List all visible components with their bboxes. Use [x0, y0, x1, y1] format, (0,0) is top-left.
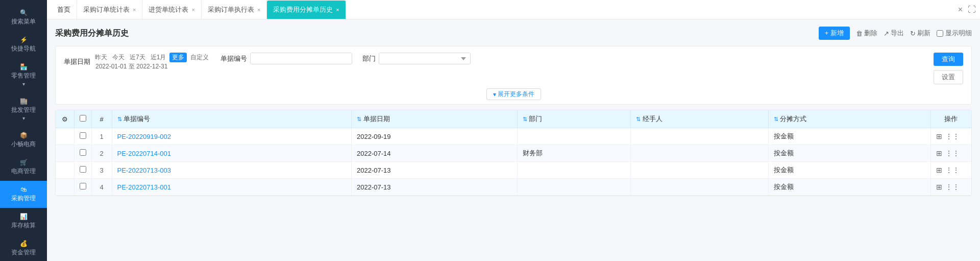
shortcut-more[interactable]: 更多 — [169, 53, 187, 62]
shortcut-yesterday[interactable]: 昨天 — [93, 53, 109, 62]
col-checkbox — [74, 110, 91, 128]
date-shortcuts-group: 昨天 今天 近7天 近1月 更多 自定义 2022-01-01 至 2022-1… — [93, 53, 210, 71]
col-dept-sort-icon[interactable]: ⇅ — [523, 116, 527, 122]
row-check-1 — [74, 145, 91, 162]
sidebar-item-inventory[interactable]: 📊 库存核算 — [0, 208, 47, 235]
row-checkbox-2[interactable] — [80, 166, 86, 173]
row-view-icon-3[interactable]: ⊞ — [936, 183, 942, 191]
row-checkbox-0[interactable] — [80, 132, 86, 139]
date-range-display[interactable]: 2022-01-01 至 2022-12-31 — [95, 62, 210, 71]
doc-no-input[interactable] — [250, 53, 352, 64]
col-date-sort-icon[interactable]: ⇅ — [357, 116, 361, 122]
tab-purchase-order-stats-close[interactable]: × — [133, 7, 136, 13]
select-all-checkbox[interactable] — [80, 115, 86, 122]
tab-home[interactable]: 首页 — [51, 1, 77, 19]
sidebar-item-ecommerce-small[interactable]: 📦 小畅电商 — [0, 127, 47, 154]
row-dept-1: 财务部 — [517, 145, 631, 162]
ecommerce-icon: 🛒 — [20, 159, 28, 166]
tabs-maximize-icon[interactable]: ⛶ — [968, 5, 976, 14]
sidebar-item-ecommerce[interactable]: 🛒 电商管理 — [0, 154, 47, 181]
row-dept-3 — [517, 179, 631, 196]
col-date: ⇅ 单据日期 — [352, 110, 518, 128]
col-handler-sort-icon[interactable]: ⇅ — [636, 116, 641, 122]
row-docno-link-2[interactable]: PE-20220713-003 — [117, 167, 172, 174]
tab-expense-history-close[interactable]: × — [336, 7, 339, 13]
content-area: 采购费用分摊单历史 + 新增 🗑 删除 ↗ 导出 ↻ 刷新 显示明细 — [47, 19, 980, 261]
main-area: 首页 采购订单统计表 × 进货单统计表 × 采购订单执行表 × 采购费用分摊单历… — [47, 0, 980, 261]
show-detail-input[interactable] — [937, 30, 943, 37]
sidebar-item-ecommerce-label: 电商管理 — [2, 167, 45, 176]
sidebar-item-search-label: 搜索菜单 — [2, 17, 45, 26]
row-method-3: 按金额 — [768, 179, 930, 196]
sidebar-item-retail[interactable]: 🏪 零售管理 ▾ — [0, 58, 47, 92]
row-more-icon-3[interactable]: ⋮⋮ — [945, 183, 960, 191]
col-doc-no-sort-icon[interactable]: ⇅ — [117, 116, 122, 122]
row-handler-2 — [631, 162, 768, 179]
table-body: 1 PE-20220919-002 2022-09-19 按金额 ⊞ ⋮⋮ 2 … — [56, 128, 971, 196]
tab-purchase-order-stats[interactable]: 采购订单统计表 × — [77, 1, 142, 19]
tabs-close-icon[interactable]: × — [958, 5, 963, 14]
tab-inbound-stats-close[interactable]: × — [191, 7, 194, 13]
data-table-container: ⚙ # ⇅ 单据编号 ⇅ 单据日期 — [55, 110, 972, 196]
row-view-icon-2[interactable]: ⊞ — [936, 166, 942, 174]
col-handler: ⇅ 经手人 — [631, 110, 768, 128]
row-method-0: 按金额 — [768, 128, 930, 145]
col-settings-icon[interactable]: ⚙ — [62, 115, 68, 123]
tab-purchase-order-exec[interactable]: 采购订单执行表 × — [202, 1, 267, 19]
row-date-2: 2022-07-13 — [352, 162, 518, 179]
col-method-sort-icon[interactable]: ⇅ — [774, 116, 778, 122]
sidebar-item-finance-label: 资金管理 — [2, 248, 45, 257]
table-header-row: ⚙ # ⇅ 单据编号 ⇅ 单据日期 — [56, 110, 971, 128]
row-docno-link-1[interactable]: PE-20220714-001 — [117, 150, 172, 157]
sidebar-item-quicknav[interactable]: ⚡ 快捷导航 — [0, 31, 47, 58]
search-row: 单据日期 昨天 今天 近7天 近1月 更多 自定义 2022-01-01 至 2… — [64, 53, 963, 84]
tab-purchase-order-exec-label: 采购订单执行表 — [208, 5, 254, 14]
row-ops-3: ⊞ ⋮⋮ — [930, 179, 971, 196]
doc-no-field: 单据编号 — [220, 53, 352, 64]
delete-icon: 🗑 — [856, 30, 863, 37]
delete-button[interactable]: 🗑 删除 — [856, 29, 877, 38]
row-num-2: 3 — [91, 162, 112, 179]
row-more-icon-2[interactable]: ⋮⋮ — [945, 166, 960, 174]
table-row: 3 PE-20220713-003 2022-07-13 按金额 ⊞ ⋮⋮ — [56, 162, 971, 179]
row-docno-link-3[interactable]: PE-20220713-001 — [117, 183, 172, 191]
row-num-3: 4 — [91, 179, 112, 196]
add-button[interactable]: + 新增 — [819, 27, 850, 40]
row-docno-2: PE-20220713-003 — [112, 162, 352, 179]
settings-button[interactable]: 设置 — [934, 70, 963, 84]
row-view-icon-0[interactable]: ⊞ — [936, 132, 942, 140]
row-date-0: 2022-09-19 — [352, 128, 518, 145]
finance-icon: 💰 — [20, 240, 28, 247]
row-checkbox-1[interactable] — [80, 149, 86, 156]
sidebar-item-purchase[interactable]: 🛍 采购管理 — [0, 181, 47, 208]
show-detail-checkbox[interactable]: 显示明细 — [937, 29, 972, 38]
dept-select[interactable]: 财务部 — [379, 53, 471, 64]
retail-icon: 🏪 — [20, 63, 28, 70]
purchase-icon: 🛍 — [20, 186, 27, 193]
export-button[interactable]: ↗ 导出 — [884, 29, 904, 38]
tab-purchase-order-exec-close[interactable]: × — [257, 7, 260, 13]
sidebar-item-search[interactable]: 🔍 搜索菜单 — [0, 4, 47, 31]
row-date-1: 2022-07-14 — [352, 145, 518, 162]
sidebar-item-finance[interactable]: 💰 资金管理 — [0, 235, 47, 261]
sidebar-item-ecommerce-small-label: 小畅电商 — [2, 140, 45, 149]
shortcut-7days[interactable]: 近7天 — [128, 53, 147, 62]
shortcut-1month[interactable]: 近1月 — [149, 53, 168, 62]
row-docno-link-0[interactable]: PE-20220919-002 — [117, 133, 172, 140]
search-button[interactable]: 查询 — [934, 53, 963, 66]
row-view-icon-1[interactable]: ⊞ — [936, 149, 942, 157]
tab-inbound-stats[interactable]: 进货单统计表 × — [142, 1, 201, 19]
row-num-1: 2 — [91, 145, 112, 162]
row-more-icon-0[interactable]: ⋮⋮ — [945, 132, 960, 140]
shortcut-today[interactable]: 今天 — [111, 53, 126, 62]
expand-conditions-button[interactable]: ▾ 展开更多条件 — [486, 88, 541, 100]
refresh-button[interactable]: ↻ 刷新 — [910, 29, 930, 38]
shortcut-custom[interactable]: 自定义 — [189, 53, 210, 62]
row-handler-0 — [631, 128, 768, 145]
row-more-icon-1[interactable]: ⋮⋮ — [945, 149, 960, 157]
row-checkbox-3[interactable] — [80, 183, 86, 189]
dept-field: 部门 财务部 — [362, 53, 471, 64]
sidebar-item-wholesale[interactable]: 🏬 批发管理 ▾ — [0, 92, 47, 127]
tab-expense-history[interactable]: 采购费用分摊单历史 × — [267, 1, 346, 19]
row-settings-1 — [56, 145, 74, 162]
